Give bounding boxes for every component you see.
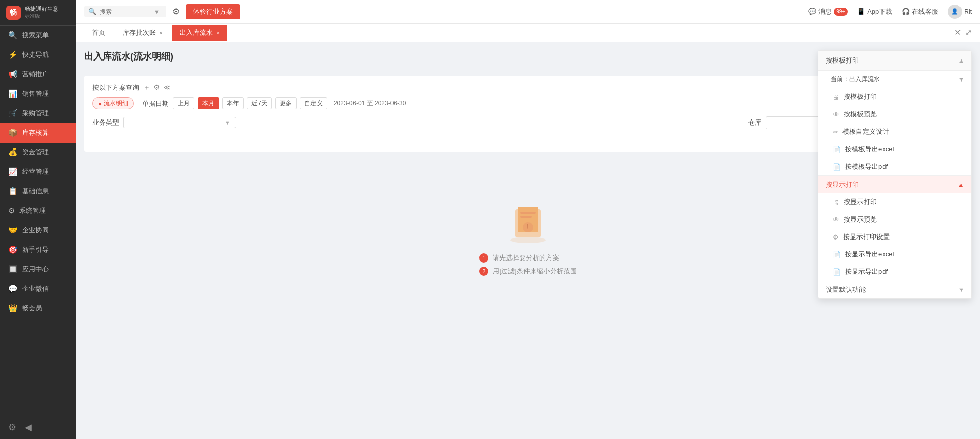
sidebar-item-marketing[interactable]: 📢营销推广 [0,65,76,84]
date-range-text: 2023-06-01 至 2023-06-30 [334,99,406,108]
sidebar-item-purchase[interactable]: 🛒采购管理 [0,104,76,123]
avatar: 👤 [948,5,962,19]
sidebar-label-inventory: 库存核算 [22,128,49,137]
collapse-condition-icon[interactable]: ≪ [163,83,171,92]
biz-type-label: 业务类型 [92,118,119,127]
sidebar-item-wechat[interactable]: 💬企业微信 [0,279,76,298]
svg-point-0 [510,237,546,243]
topbar-right: 💬 消息 99+ 📱 App下载 🎧 在线客服 👤 Rit [808,5,972,19]
sidebar-label-operation: 经营管理 [22,167,49,176]
sidebar-item-system[interactable]: ⚙系统管理 [0,201,76,221]
dropdown-item-template-preview[interactable]: 👁 按模板预览 [818,106,971,123]
sidebar-item-app-center[interactable]: 🔲应用中心 [0,260,76,279]
gear-condition-icon[interactable]: ⚙ [153,83,160,92]
excel-icon-2: 📄 [833,251,841,258]
dropdown-item-display-print-label: 按显示打印 [844,197,877,207]
sidebar-label-marketing: 营销推广 [22,70,49,79]
sidebar-item-enterprise[interactable]: 🤝企业协同 [0,221,76,240]
dropdown-close-icon[interactable]: ▲ [958,57,964,64]
excel-icon-1: 📄 [833,146,841,153]
user-profile[interactable]: 👤 Rit [948,5,972,19]
online-service-label: 在线客服 [912,7,938,16]
add-condition-icon[interactable]: ＋ [143,83,150,92]
dropdown-item-display-print[interactable]: 🖨 按显示打印 [818,193,971,211]
date-btn-current-month[interactable]: 本月 [198,97,219,109]
sidebar-item-guide[interactable]: 🎯新手引导 [0,240,76,260]
tab-maximize-icon[interactable]: ⤢ [965,28,972,37]
sidebar-icon-search: 🔍 [8,31,18,40]
dropdown-item-display-pdf[interactable]: 📄 按显示导出pdf [818,263,971,281]
dropdown-item-template-print[interactable]: 🖨 按模板打印 [818,88,971,106]
date-btn-custom[interactable]: 自定义 [300,97,327,109]
sidebar-item-inventory[interactable]: 📦库存核算 [0,123,76,143]
app-download-item[interactable]: 📱 App下载 [857,7,892,16]
dropdown-title: 按模板打印 [826,56,859,65]
dropdown-item-display-excel[interactable]: 📄 按显示导出excel [818,246,971,263]
filter-label: 按以下方案查询 [92,83,139,92]
sidebar-item-operation[interactable]: 📈经营管理 [0,162,76,182]
tab-flow[interactable]: 出入库流水 × [172,25,227,41]
date-btn-more[interactable]: 更多 [275,97,297,109]
app-icon: 📱 [857,8,865,15]
page-title: 出入库流水(流水明细) [84,50,173,63]
dropdown-footer[interactable]: 设置默认功能 ▼ [818,281,971,298]
dropdown-item-template-pdf[interactable]: 📄 按模板导出pdf [818,158,971,175]
pdf-icon-1: 📄 [833,163,841,171]
sidebar-icon-sales: 📊 [8,89,18,98]
biz-type-select[interactable]: ▼ [123,117,236,128]
dropdown-section2-header[interactable]: 按显示打印 ▲ [818,176,971,193]
message-badge: 99+ [834,8,848,16]
message-item[interactable]: 💬 消息 99+ [808,7,848,16]
preview-icon-1: 👁 [833,111,839,118]
dropdown-current[interactable]: 当前：出入库流水 ▼ [818,71,971,88]
svg-text:!: ! [526,223,528,231]
app-download-label: App下载 [867,7,892,16]
collapse-icon[interactable]: ◀ [25,422,32,433]
industry-solution-button[interactable]: 体验行业方案 [186,4,240,19]
dropdown-item-display-preview[interactable]: 👁 按显示预览 [818,211,971,228]
sidebar-item-finance[interactable]: 💰资金管理 [0,143,76,162]
sidebar-label-search: 搜索菜单 [22,31,49,40]
settings-gear-icon[interactable]: ⚙ [172,7,180,16]
empty-steps: 1 请先选择要分析的方案 2 用[过滤]条件来缩小分析范围 [479,251,576,278]
tab-batch-account-label: 库存批次账 [123,28,156,37]
sidebar-icon-inventory: 📦 [8,128,18,137]
tab-flow-close-icon[interactable]: × [216,30,219,36]
sidebar-icon-wechat: 💬 [8,284,18,293]
sidebar-bottom: ⚙ ◀ [0,415,76,439]
dropdown-item-template-excel[interactable]: 📄 按模板导出excel [818,141,971,158]
date-btn-7days[interactable]: 近7天 [247,97,272,109]
dropdown-item-display-settings[interactable]: ⚙ 按显示打印设置 [818,228,971,246]
biz-type-arrow-icon: ▼ [225,119,230,126]
date-btn-current-year[interactable]: 本年 [222,97,244,109]
sidebar-item-sales[interactable]: 📊销售管理 [0,84,76,104]
dropdown-item-template-design[interactable]: ✏ 模板自定义设计 [818,123,971,141]
tab-close-all-icon[interactable]: ✕ [954,28,961,37]
headset-icon: 🎧 [901,8,910,15]
sidebar-item-basic[interactable]: 📋基础信息 [0,182,76,201]
tab-batch-account-close-icon[interactable]: × [159,30,162,36]
message-icon: 💬 [808,8,816,15]
online-service-item[interactable]: 🎧 在线客服 [901,7,938,16]
warehouse-label: 仓库 [748,118,761,127]
step-num-2: 2 [479,267,488,276]
sidebar-label-member: 畅会员 [22,304,42,313]
dropdown-item-template-print-label: 按模板打印 [844,92,877,102]
step-1-text: 请先选择要分析的方案 [493,251,559,265]
dropdown-item-display-preview-label: 按显示预览 [844,215,877,224]
sidebar-item-quick-nav[interactable]: ⚡快捷导航 [0,45,76,65]
dropdown-item-template-pdf-label: 按模板导出pdf [845,162,888,171]
tab-home[interactable]: 首页 [84,25,113,41]
settings-icon[interactable]: ⚙ [8,422,16,433]
tab-batch-account[interactable]: 库存批次账 × [115,25,170,41]
filter-tag-item[interactable]: ● 流水明细 [92,97,134,109]
sidebar-item-member[interactable]: 👑畅会员 [0,298,76,318]
user-name: Rit [964,8,972,15]
search-input[interactable] [100,8,151,15]
date-btn-last-month[interactable]: 上月 [173,97,194,109]
search-chevron-icon[interactable]: ▼ [154,9,160,15]
sidebar-icon-app-center: 🔲 [8,265,18,274]
sidebar-item-search[interactable]: 🔍搜索菜单 [0,26,76,45]
filter-tag: ● 流水明细 [92,97,134,109]
search-box[interactable]: 🔍 ▼ [84,6,166,17]
